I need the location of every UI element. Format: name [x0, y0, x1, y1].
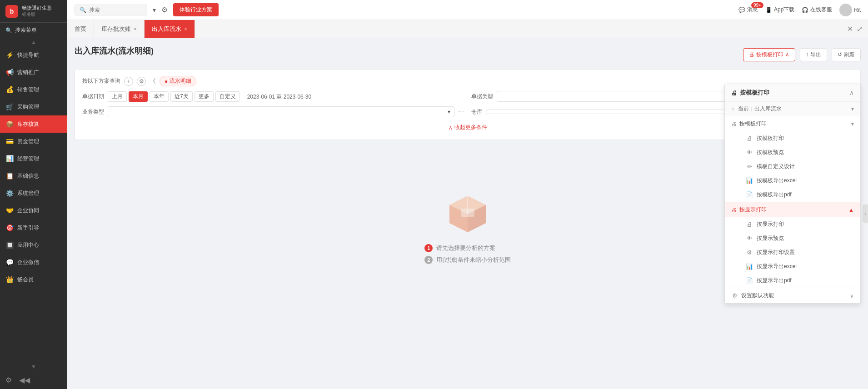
- tab-inout-flow-close[interactable]: ×: [184, 26, 187, 32]
- dropdown-item-display-preview[interactable]: 👁 按显示预览: [725, 231, 860, 245]
- dropdown-item-display-settings[interactable]: ⚙ 按显示打印设置: [725, 245, 860, 259]
- chevron-down-icon: ▼: [31, 364, 36, 370]
- sidebar-item-wechat[interactable]: 💬 企业微信: [0, 254, 67, 271]
- sidebar-item-enterprise[interactable]: 🤝 企业协同: [0, 202, 67, 219]
- sidebar-item-label: 经营管理: [17, 155, 39, 163]
- step1-num: 1: [424, 244, 433, 252]
- item-label: 按显示导出pdf: [757, 277, 792, 284]
- filter-add-btn[interactable]: +: [124, 77, 133, 86]
- sidebar-search-label: 搜索菜单: [15, 26, 37, 34]
- refresh-btn[interactable]: ↺ 刷新: [832, 48, 861, 61]
- dropdown-footer[interactable]: ⚙ 设置默认功能 ∨: [725, 288, 860, 303]
- dropdown-item-display-excel[interactable]: 📊 按显示导出excel: [725, 259, 860, 274]
- sidebar-item-sales[interactable]: 💰 销售管理: [0, 81, 67, 98]
- tab-close-window-icon[interactable]: ✕: [847, 25, 853, 33]
- dropdown-item-display-pdf[interactable]: 📄 按显示导出pdf: [725, 274, 860, 288]
- sidebar-item-apps[interactable]: 🔲 应用中心: [0, 236, 67, 254]
- sidebar-item-basic[interactable]: 📋 基础信息: [0, 167, 67, 185]
- sidebar-item-marketing[interactable]: 📢 营销推广: [0, 64, 67, 81]
- topbar-gear-icon[interactable]: ⚙: [161, 5, 168, 14]
- empty-state-steps: 1 请先选择要分析的方案 2 用[过滤]条件来缩小分析范围: [424, 244, 510, 264]
- filter-tag-flow[interactable]: ● 流水明细: [160, 76, 196, 86]
- sidebar-item-guide[interactable]: 🎯 新手引导: [0, 219, 67, 236]
- print-icon: 🖨: [731, 90, 737, 96]
- dropdown-title-text: 按模板打印: [740, 89, 769, 97]
- dropdown-item-template-custom[interactable]: ✏ 模板自定义设计: [725, 160, 860, 174]
- date-btn-custom[interactable]: 自定义: [215, 91, 240, 102]
- sidebar-item-label: 畅会员: [17, 276, 34, 284]
- excel-icon: 📊: [746, 177, 753, 185]
- filter-collapse-icon[interactable]: 《: [150, 77, 156, 85]
- date-btn-last-month[interactable]: 上月: [108, 91, 127, 102]
- pdf-icon: 📄: [746, 277, 753, 284]
- settings-icon[interactable]: ⚙: [5, 376, 12, 384]
- item-label: 按显示导出excel: [757, 263, 797, 270]
- topbar-search-box[interactable]: 🔍: [75, 5, 147, 15]
- sidebar-item-system[interactable]: ⚙️ 系统管理: [0, 185, 67, 202]
- operation-icon: 📊: [5, 155, 14, 163]
- trial-btn[interactable]: 体验行业方案: [173, 3, 219, 16]
- chevron-up-icon: ▲: [31, 39, 36, 45]
- sidebar-scroll-up[interactable]: ▲: [0, 38, 67, 46]
- sidebar-item-label: 新手引导: [17, 224, 39, 232]
- sidebar-search-item[interactable]: 🔍 搜索菜单: [0, 23, 67, 38]
- export-btn[interactable]: ↑ 导出: [800, 48, 827, 61]
- date-btn-this-year[interactable]: 本年: [150, 91, 169, 102]
- online-service-btn[interactable]: 🎧 在线客服: [802, 6, 832, 14]
- sidebar-item-label: 快捷导航: [17, 51, 39, 59]
- page-title: 出入库流水(流水明细): [75, 45, 154, 56]
- step2-num: 2: [424, 256, 433, 264]
- excel-icon: 📊: [746, 263, 753, 270]
- topbar-dropdown-arrow[interactable]: ▾: [153, 6, 156, 14]
- dropdown-collapse-icon[interactable]: ∧: [849, 89, 854, 96]
- date-btn-7days[interactable]: 近7天: [170, 91, 193, 102]
- sidebar-item-inventory[interactable]: 📦 库存核算: [0, 115, 67, 133]
- sidebar-item-member[interactable]: 👑 畅会员: [0, 271, 67, 288]
- filter-settings-btn[interactable]: ⚙: [137, 77, 146, 86]
- template-print-section-label: 按模板打印: [739, 120, 767, 128]
- dropdown-item-display-print[interactable]: 🖨 按显示打印: [725, 217, 860, 231]
- step2-text: 用[过滤]条件来缩小分析范围: [436, 256, 510, 264]
- business-type-select[interactable]: ▾: [108, 106, 454, 117]
- dropdown-item-template-preview[interactable]: 👁 按模板预览: [725, 145, 860, 160]
- preview-icon: 👁: [746, 149, 753, 156]
- dropdown-section-template-header[interactable]: 🖨 按模板打印 ▾: [725, 116, 860, 131]
- template-print-section-icon: 🖨: [731, 121, 737, 127]
- date-btn-this-month[interactable]: 本月: [129, 91, 148, 102]
- sidebar-item-label: 企业协同: [17, 207, 39, 214]
- tab-home[interactable]: 首页: [67, 20, 94, 38]
- message-btn[interactable]: 💬 消息 99+: [738, 6, 758, 14]
- sidebar-bottom: ⚙ ◀◀: [0, 371, 67, 389]
- dropdown-current-arrow[interactable]: ▾: [851, 106, 854, 112]
- date-btn-more[interactable]: 更多: [195, 91, 214, 102]
- template-print-btn[interactable]: 🖨 按模板打印 ∧: [743, 48, 795, 61]
- dropdown-current-label: 当前：出入库流水: [738, 105, 782, 113]
- export-icon: ↑: [806, 51, 808, 58]
- dropdown-item-template-print[interactable]: 🖨 按模板打印: [725, 131, 860, 145]
- tab-inout-flow[interactable]: 出入库流水 ×: [145, 20, 195, 38]
- sidebar-item-operation[interactable]: 📊 经营管理: [0, 150, 67, 167]
- sidebar-item-quick-nav[interactable]: ⚡ 快捷导航: [0, 46, 67, 64]
- tab-batch-account[interactable]: 库存批次账 ×: [94, 20, 145, 38]
- dropdown-item-template-excel[interactable]: 📊 按模板导出excel: [725, 174, 860, 188]
- sidebar-item-label: 企业微信: [17, 259, 39, 266]
- tab-batch-account-close[interactable]: ×: [134, 26, 137, 32]
- toolbar-right: 🖨 按模板打印 ∧ ↑ 导出 ↺ 刷新: [743, 48, 861, 61]
- dropdown-section-display-header[interactable]: 🖨 按显示打印 ▲: [725, 202, 860, 217]
- dropdown-item-template-pdf[interactable]: 📄 按模板导出pdf: [725, 188, 860, 202]
- collapse-sidebar-icon[interactable]: ◀◀: [19, 376, 30, 384]
- export-label: 导出: [810, 51, 821, 59]
- app-download-btn[interactable]: 📱 App下载: [765, 6, 794, 14]
- sidebar-item-label: 库存核算: [17, 120, 39, 128]
- search-input[interactable]: [89, 7, 142, 13]
- right-panel-toggle[interactable]: ›: [863, 204, 868, 223]
- sidebar-scroll-down[interactable]: ▼: [0, 362, 67, 371]
- sidebar-item-finance[interactable]: 💳 资金管理: [0, 133, 67, 150]
- tab-maximize-icon[interactable]: ⤢: [857, 25, 863, 33]
- sidebar-item-label: 系统管理: [17, 190, 39, 197]
- user-avatar-area[interactable]: Rit: [839, 4, 861, 16]
- online-service-label: 在线客服: [810, 6, 832, 14]
- message-icon: 💬: [738, 7, 745, 13]
- apps-icon: 🔲: [5, 241, 14, 249]
- sidebar-item-purchase[interactable]: 🛒 采购管理: [0, 98, 67, 115]
